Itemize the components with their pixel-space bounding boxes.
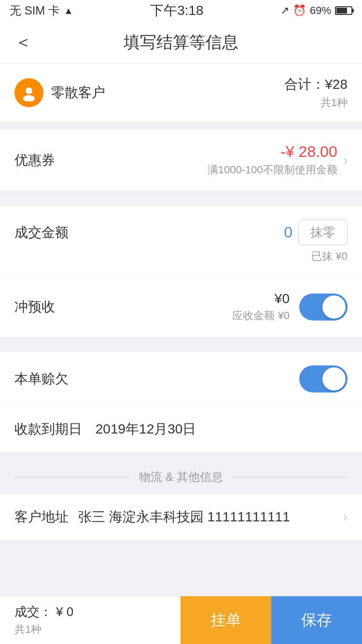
transaction-section: 成交金额 0 抹零 已抹 ¥0 冲预收 ¥0 应收金额 ¥0 <box>0 206 362 336</box>
bottom-info: 成交： ¥ 0 共1种 <box>0 603 181 637</box>
bottom-deal-label: 成交： <box>14 603 52 620</box>
receivable-label: 应收金额 ¥0 <box>232 308 290 323</box>
precollect-amount: ¥0 <box>232 291 290 307</box>
svg-point-0 <box>26 87 32 94</box>
coupon-value-wrap: -¥ 28.00 满1000-100不限制使用金额 <box>208 143 337 177</box>
avatar <box>14 78 43 107</box>
wifi-icon: ▲ <box>64 5 73 16</box>
precollect-row: 冲预收 ¥0 应收金额 ¥0 <box>0 277 362 336</box>
transaction-right: 0 抹零 <box>284 220 348 245</box>
logistics-line-left <box>14 477 129 477</box>
carrier-label: 无 SIM 卡 <box>10 3 60 18</box>
precollect-label: 冲预收 <box>14 298 55 316</box>
divider-2 <box>0 344 362 352</box>
transaction-amount-row: 成交金额 0 抹零 已抹 ¥0 <box>0 206 362 277</box>
coupon-discount: -¥ 28.00 <box>208 143 337 161</box>
divider-1 <box>0 198 362 206</box>
status-right: ↗ ⏰ 69% <box>280 4 352 17</box>
item-count: 共1种 <box>284 96 348 110</box>
address-section[interactable]: 客户地址 张三 海淀永丰科技园 11111111111 › <box>0 494 362 540</box>
page-title: 填写结算等信息 <box>124 31 238 54</box>
due-date-value: 2019年12月30日 <box>96 421 196 436</box>
logistics-line-right <box>233 477 348 477</box>
round-button[interactable]: 抹零 <box>298 220 348 245</box>
battery-label: 69% <box>310 4 331 17</box>
back-button[interactable]: ＜ <box>14 30 32 54</box>
coupon-sub: 满1000-100不限制使用金额 <box>208 163 337 177</box>
coupon-label: 优惠券 <box>14 151 55 169</box>
address-value: 张三 海淀永丰科技园 11111111111 <box>78 508 343 526</box>
due-date-row: 收款到期日 2019年12月30日 <box>0 406 362 452</box>
location-icon: ↗ <box>280 4 289 17</box>
precollect-values: ¥0 应收金额 ¥0 <box>232 291 290 323</box>
coupon-section[interactable]: 优惠券 -¥ 28.00 满1000-100不限制使用金额 › <box>0 129 362 191</box>
address-row[interactable]: 客户地址 张三 海淀永丰科技园 11111111111 › <box>0 494 362 540</box>
chevron-right-icon: › <box>343 153 348 168</box>
status-bar: 无 SIM 卡 ▲ 下午3:18 ↗ ⏰ 69% <box>0 0 362 21</box>
pending-button[interactable]: 挂单 <box>181 596 271 644</box>
coupon-right: -¥ 28.00 满1000-100不限制使用金额 › <box>208 143 348 177</box>
debt-toggle[interactable] <box>299 365 348 392</box>
customer-left: 零散客户 <box>14 78 105 107</box>
total-amount: 合计：¥28 <box>284 75 348 94</box>
debt-row: 本单赊欠 <box>0 352 362 406</box>
bottom-deal-amount: ¥ 0 <box>56 604 73 619</box>
precollect-toggle[interactable] <box>299 294 348 321</box>
time-label: 下午3:18 <box>150 1 204 20</box>
address-label: 客户地址 <box>14 508 69 526</box>
due-date-label: 收款到期日 <box>14 421 82 436</box>
alarm-icon: ⏰ <box>293 4 306 17</box>
logistics-divider: 物流 & 其他信息 <box>0 460 362 494</box>
coupon-row[interactable]: 优惠券 -¥ 28.00 满1000-100不限制使用金额 › <box>0 129 362 191</box>
customer-name: 零散客户 <box>51 84 105 102</box>
transaction-label: 成交金额 <box>14 224 69 242</box>
customer-summary: 合计：¥28 共1种 <box>284 75 348 110</box>
svg-point-1 <box>23 95 35 101</box>
bottom-deal: 成交： ¥ 0 <box>14 603 166 620</box>
nav-bar: ＜ 填写结算等信息 <box>0 21 362 64</box>
toggle-knob <box>322 295 346 319</box>
transaction-value: 0 <box>284 224 292 241</box>
debt-toggle-knob <box>322 367 346 391</box>
battery-icon <box>335 6 352 15</box>
status-left: 无 SIM 卡 ▲ <box>10 3 73 18</box>
debt-label: 本单赊欠 <box>14 370 69 388</box>
logistics-label: 物流 & 其他信息 <box>129 469 232 485</box>
erased-label: 已抹 ¥0 <box>311 249 348 264</box>
customer-section: 零散客户 合计：¥28 共1种 <box>0 64 362 122</box>
precollect-right: ¥0 应收金额 ¥0 <box>232 291 348 323</box>
bottom-count: 共1种 <box>14 622 166 637</box>
save-button[interactable]: 保存 <box>271 596 362 644</box>
address-chevron-right-icon: › <box>343 509 348 525</box>
bottom-bar: 成交： ¥ 0 共1种 挂单 保存 <box>0 596 362 644</box>
customer-row: 零散客户 合计：¥28 共1种 <box>0 64 362 122</box>
debt-section: 本单赊欠 收款到期日 2019年12月30日 <box>0 352 362 452</box>
